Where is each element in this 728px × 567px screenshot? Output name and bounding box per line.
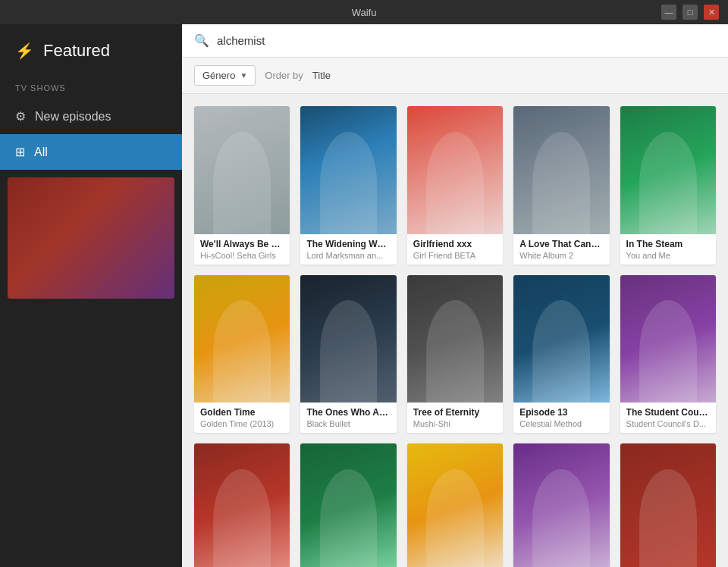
anime-subtitle: Student Council's D...: [626, 419, 710, 428]
anime-thumbnail: [194, 106, 290, 234]
anime-figure: [532, 300, 590, 403]
grid-item[interactable]: In The SteamYou and Me: [620, 106, 716, 265]
window-controls: — □ ✕: [661, 5, 719, 20]
anime-info: Golden TimeGolden Time (2013): [194, 403, 290, 433]
anime-title: The Student Coun...: [626, 407, 710, 418]
grid-item[interactable]: The Ones Who As...Black Bullet: [300, 275, 396, 434]
content-area: 🔍 Género ▼ Order by Title We'll Always B…: [182, 24, 728, 567]
anime-thumbnail: [513, 275, 609, 403]
anime-thumbnail: [407, 275, 503, 403]
anime-title: The Widening World: [306, 239, 390, 249]
genre-dropdown[interactable]: Género ▼: [194, 65, 256, 86]
grid-item[interactable]: Episode 13Celestial Method: [513, 275, 609, 434]
filter-bar: Género ▼ Order by Title: [182, 58, 728, 94]
anime-title: Episode 13: [519, 407, 603, 418]
anime-thumbnail: [620, 275, 716, 403]
anime-subtitle: Black Bullet: [306, 419, 390, 428]
anime-figure: [320, 469, 378, 567]
anime-figure: [639, 132, 697, 234]
grid-item[interactable]: The Student Coun...Student Council's D..…: [620, 275, 716, 434]
grid-item[interactable]: A Love That Cann...White Album 2: [513, 106, 609, 265]
anime-subtitle: Girl Friend BETA: [413, 251, 497, 260]
anime-figure: [639, 469, 697, 567]
grid-item[interactable]: [620, 443, 716, 567]
anime-info: We'll Always Be Co...Hi-sCool! Seha Girl…: [194, 234, 290, 265]
anime-info: Tree of EternityMushi-Shi: [407, 403, 503, 433]
grid-item[interactable]: Tree of EternityMushi-Shi: [407, 275, 503, 434]
gear-icon: ⚙: [15, 109, 26, 124]
anime-figure: [426, 300, 484, 403]
anime-figure: [213, 469, 271, 567]
anime-thumbnail: [194, 275, 290, 403]
anime-figure: [532, 469, 590, 567]
anime-info: The Student Coun...Student Council's D..…: [620, 403, 716, 433]
sidebar-item-all[interactable]: ⊞ All: [0, 134, 182, 170]
grid-item[interactable]: [300, 443, 396, 567]
grid-item[interactable]: We'll Always Be Co...Hi-sCool! Seha Girl…: [194, 106, 290, 265]
anime-info: In The SteamYou and Me: [620, 234, 716, 265]
anime-thumbnail: [620, 106, 716, 234]
anime-subtitle: White Album 2: [519, 251, 603, 260]
anime-title: Tree of Eternity: [413, 407, 497, 418]
close-button[interactable]: ✕: [704, 5, 719, 20]
grid-item[interactable]: The Widening WorldLord Marksman an...: [300, 106, 396, 265]
anime-thumbnail: [407, 443, 503, 567]
anime-info: The Ones Who As...Black Bullet: [300, 403, 396, 433]
anime-info: A Love That Cann...White Album 2: [513, 234, 609, 265]
grid-item[interactable]: [407, 443, 503, 567]
app-body: ⚡ Featured TV SHOWS ⚙ New episodes ⊞ All…: [0, 24, 728, 567]
sidebar-thumbnail: [8, 177, 174, 299]
search-input[interactable]: [217, 34, 716, 47]
anime-figure: [320, 132, 378, 234]
anime-title: Golden Time: [200, 407, 284, 418]
anime-grid: We'll Always Be Co...Hi-sCool! Seha Girl…: [194, 106, 716, 567]
anime-thumbnail: [513, 443, 609, 567]
all-label: All: [34, 146, 48, 159]
anime-figure: [639, 300, 697, 403]
anime-figure: [426, 469, 484, 567]
lightning-icon: ⚡: [15, 42, 34, 60]
grid-item[interactable]: Girlfriend xxxGirl Friend BETA: [407, 106, 503, 265]
grid-item[interactable]: [513, 443, 609, 567]
sidebar: ⚡ Featured TV SHOWS ⚙ New episodes ⊞ All: [0, 24, 182, 567]
grid-container: We'll Always Be Co...Hi-sCool! Seha Girl…: [182, 94, 728, 567]
anime-figure: [213, 132, 271, 234]
featured-label: Featured: [43, 41, 110, 61]
tv-shows-header: TV SHOWS: [0, 77, 182, 99]
anime-info: Episode 13Celestial Method: [513, 403, 609, 433]
anime-subtitle: Lord Marksman an...: [306, 251, 390, 260]
anime-thumbnail: [513, 106, 609, 234]
search-icon: 🔍: [194, 33, 209, 48]
app-title: Waifu: [352, 7, 377, 18]
anime-subtitle: Mushi-Shi: [413, 419, 497, 428]
anime-title: The Ones Who As...: [306, 407, 390, 418]
anime-title: In The Steam: [626, 239, 710, 249]
grid-item[interactable]: [194, 443, 290, 567]
grid-item[interactable]: Golden TimeGolden Time (2013): [194, 275, 290, 434]
order-by-value: Title: [312, 70, 331, 81]
grid-icon: ⊞: [15, 145, 25, 159]
anime-subtitle: Celestial Method: [519, 419, 603, 428]
anime-thumbnail: [300, 275, 396, 403]
anime-subtitle: Hi-sCool! Seha Girls: [200, 251, 284, 260]
anime-figure: [426, 132, 484, 234]
order-by-label: Order by: [265, 70, 303, 81]
minimize-button[interactable]: —: [661, 5, 676, 20]
anime-figure: [320, 300, 378, 403]
anime-title: We'll Always Be Co...: [200, 239, 284, 249]
anime-thumbnail: [300, 443, 396, 567]
anime-figure: [213, 300, 271, 403]
anime-thumbnail: [300, 106, 396, 234]
search-bar: 🔍: [182, 24, 728, 58]
anime-title: Girlfriend xxx: [413, 239, 497, 249]
sidebar-item-new-episodes[interactable]: ⚙ New episodes: [0, 99, 182, 134]
anime-subtitle: Golden Time (2013): [200, 419, 284, 428]
genre-label: Género: [202, 70, 235, 81]
thumbnail-overlay: [8, 177, 174, 299]
anime-title: A Love That Cann...: [519, 239, 603, 249]
anime-info: The Widening WorldLord Marksman an...: [300, 234, 396, 265]
title-bar: Waifu — □ ✕: [0, 0, 728, 24]
anime-figure: [532, 132, 590, 234]
maximize-button[interactable]: □: [682, 5, 698, 20]
sidebar-item-featured[interactable]: ⚡ Featured: [0, 24, 182, 77]
